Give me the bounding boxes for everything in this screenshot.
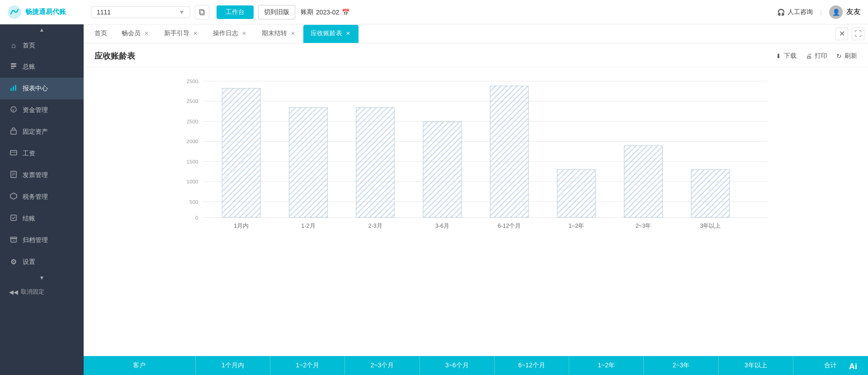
print-button[interactable]: 🖨 打印 — [806, 52, 827, 60]
table-col-3year-plus: 3年以上 — [719, 356, 793, 375]
svg-rect-41 — [356, 108, 395, 218]
consult-button[interactable]: 🎧 人工咨询 — [777, 8, 813, 16]
logo-text: 畅捷通易代账 — [25, 8, 66, 16]
tab-home-label: 首页 — [94, 29, 107, 38]
sidebar-item-home[interactable]: ⌂ 首页 — [0, 35, 84, 56]
reports-icon — [9, 84, 18, 93]
tab-guide-close[interactable]: ✕ — [192, 30, 198, 37]
tab-guide[interactable]: 新手引导 ✕ — [157, 25, 206, 43]
download-label: 下载 — [784, 52, 797, 60]
table-col-1month: 1个月内 — [196, 356, 270, 375]
page-header: 应收账龄表 ⬇ 下载 🖨 打印 ↻ 刷新 — [84, 43, 868, 67]
copy-icon — [198, 9, 206, 16]
sidebar-label-archive: 归档管理 — [23, 236, 48, 244]
table-col-customer: 客户 — [84, 356, 196, 375]
sidebar-item-fixed-assets[interactable]: 固定资产 — [0, 121, 84, 143]
tab-guide-label: 新手引导 — [164, 29, 189, 38]
expand-button[interactable]: ⛶ — [852, 28, 864, 40]
svg-text:2500: 2500 — [187, 98, 198, 104]
period-label: 账期 — [301, 8, 313, 16]
chart-wrapper: 2500 2500 2500 2000 1500 1000 500 0 — [97, 76, 854, 239]
svg-rect-46 — [691, 169, 730, 217]
sidebar-item-settings[interactable]: ⚙ 设置 — [0, 251, 84, 272]
tab-aging-close[interactable]: ✕ — [345, 30, 351, 37]
tab-period-end[interactable]: 期末结转 ✕ — [255, 25, 303, 43]
svg-text:2500: 2500 — [187, 118, 198, 124]
tab-member-label: 畅会员 — [122, 29, 141, 38]
sidebar-label-ledger: 总账 — [23, 63, 35, 71]
tab-oplog-close[interactable]: ✕ — [241, 30, 247, 37]
svg-text:3-6月: 3-6月 — [435, 223, 449, 229]
user-area[interactable]: 👤 友友 — [829, 5, 861, 19]
tab-member[interactable]: 畅会员 ✕ — [114, 25, 157, 43]
refresh-label: 刷新 — [844, 52, 857, 60]
chart-container: 2500 2500 2500 2000 1500 1000 500 0 — [84, 67, 868, 356]
svg-rect-5 — [11, 68, 14, 69]
funds-icon: ¥ — [9, 106, 18, 115]
bottom-table: 客户 1个月内 1~2个月 2~3个月 3~6个月 6~12个月 1~2年 2~… — [84, 356, 868, 375]
download-button[interactable]: ⬇ 下载 — [776, 52, 797, 60]
sidebar-item-checkout[interactable]: 结账 — [0, 208, 84, 230]
calendar-icon[interactable]: 📅 — [342, 9, 349, 16]
refresh-button[interactable]: ↻ 刷新 — [836, 52, 857, 60]
svg-rect-39 — [222, 88, 260, 217]
sidebar-label-invoice: 发票管理 — [23, 171, 48, 179]
svg-text:¥: ¥ — [12, 108, 14, 112]
tab-aging[interactable]: 应收账龄表 ✕ — [303, 25, 359, 43]
svg-rect-11 — [11, 130, 16, 134]
company-selector[interactable]: 1111 ▼ — [91, 6, 190, 18]
company-name: 1111 — [97, 9, 175, 16]
cancel-fixed-button[interactable]: ◀◀ 取消固定 — [0, 283, 84, 300]
sidebar-item-archive[interactable]: 归档管理 — [0, 230, 84, 251]
ai-badge[interactable]: Ai — [838, 358, 868, 375]
tabs-actions: ✕ ⛶ — [835, 28, 864, 40]
sidebar-label-funds: 资金管理 — [23, 106, 48, 114]
sidebar-item-reports[interactable]: 报表中心 — [0, 78, 84, 99]
sidebar-item-ledger[interactable]: 总账 — [0, 56, 84, 78]
tab-oplog[interactable]: 操作日志 ✕ — [206, 25, 255, 43]
ledger-icon — [9, 62, 18, 71]
copy-button[interactable] — [195, 5, 209, 19]
svg-text:500: 500 — [189, 199, 198, 205]
tab-period-end-close[interactable]: ✕ — [290, 30, 296, 37]
svg-text:1月内: 1月内 — [234, 223, 249, 229]
table-header-row: 客户 1个月内 1~2个月 2~3个月 3~6个月 6~12个月 1~2年 2~… — [84, 356, 868, 375]
user-name: 友友 — [846, 7, 861, 17]
sidebar-item-tax[interactable]: 税务管理 — [0, 186, 84, 208]
switch-version-button[interactable]: 切到旧版 — [258, 5, 295, 19]
svg-text:1~2年: 1~2年 — [569, 223, 585, 229]
workbench-button[interactable]: 工作台 — [217, 5, 254, 19]
home-icon: ⌂ — [9, 42, 18, 50]
svg-rect-3 — [11, 63, 16, 65]
sidebar-scroll-up[interactable]: ▲ — [0, 24, 84, 35]
sidebar-item-salary[interactable]: 工资 — [0, 143, 84, 164]
page-content: 应收账龄表 ⬇ 下载 🖨 打印 ↻ 刷新 — [84, 43, 868, 375]
tab-member-close[interactable]: ✕ — [143, 30, 150, 37]
svg-text:1000: 1000 — [187, 178, 198, 184]
sidebar-scroll-down[interactable]: ▼ — [0, 272, 84, 283]
svg-text:1-2月: 1-2月 — [301, 223, 315, 229]
svg-rect-7 — [13, 86, 14, 91]
sidebar-label-tax: 税务管理 — [23, 193, 48, 201]
svg-text:6-12个月: 6-12个月 — [498, 223, 521, 229]
page-title: 应收账龄表 — [94, 51, 135, 61]
svg-text:0: 0 — [195, 215, 198, 220]
tax-icon — [9, 192, 18, 202]
svg-rect-42 — [423, 122, 462, 218]
sidebar-item-funds[interactable]: ¥ 资金管理 — [0, 99, 84, 121]
header: 畅捷通易代账 1111 ▼ 工作台 切到旧版 账期 2023-02 📅 🎧 人工… — [0, 0, 868, 24]
tab-home[interactable]: 首页 — [87, 25, 114, 43]
settings-icon: ⚙ — [9, 258, 18, 266]
table-col-2-3year: 2~3年 — [644, 356, 718, 375]
sidebar: ▲ ⌂ 首页 总账 报表中心 ¥ 资金管理 固定资产 — [0, 24, 84, 375]
close-all-button[interactable]: ✕ — [835, 28, 848, 40]
tab-period-end-label: 期末结转 — [262, 29, 287, 38]
table-col-1-2year: 1~2年 — [569, 356, 644, 375]
tab-oplog-label: 操作日志 — [213, 29, 238, 38]
svg-rect-8 — [15, 85, 16, 91]
sidebar-label-reports: 报表中心 — [23, 84, 48, 93]
header-right: 🎧 人工咨询 | 👤 友友 — [777, 5, 861, 19]
bar-chart: 2500 2500 2500 2000 1500 1000 500 0 — [97, 76, 854, 239]
svg-text:2500: 2500 — [187, 78, 198, 84]
sidebar-item-invoice[interactable]: 发票管理 — [0, 164, 84, 186]
